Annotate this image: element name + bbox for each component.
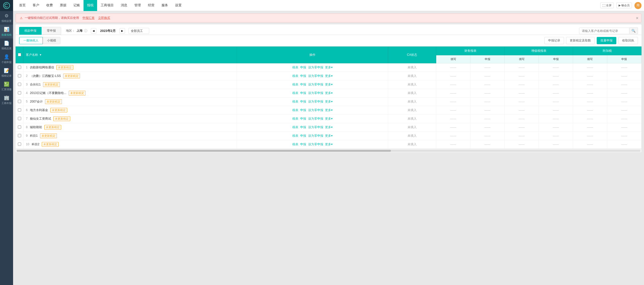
sidebar-item-personal-tax[interactable]: 👤 个税申报 xyxy=(0,52,13,66)
op-tax-form[interactable]: 税表 xyxy=(292,134,298,137)
nav-message[interactable]: 消息 xyxy=(117,0,131,11)
sidebar-item-tax-settings[interactable]: ⚙ 报税设置 xyxy=(0,11,13,25)
fin-submit-cell: —— xyxy=(470,140,505,149)
search-input[interactable] xyxy=(579,28,629,34)
search-button[interactable]: 🔍 xyxy=(629,27,638,34)
horizontal-scrollbar[interactable] xyxy=(16,149,641,152)
date-next-button[interactable]: ▶ xyxy=(119,28,125,34)
op-set-zero[interactable]: 设为零申报 xyxy=(308,134,323,137)
fullscreen-button[interactable]: ⛶ 全屏 xyxy=(600,3,614,8)
nav-manage[interactable]: 管理 xyxy=(131,0,144,11)
nav-operation[interactable]: 经营 xyxy=(144,0,158,11)
op-declare[interactable]: 申报 xyxy=(300,125,306,129)
op-declare[interactable]: 申报 xyxy=(300,100,306,103)
row-checkbox-5[interactable] xyxy=(18,108,21,112)
declare-record-button[interactable]: 申报记录 xyxy=(544,37,564,44)
nav-home[interactable]: 首页 xyxy=(16,0,29,11)
op-declare[interactable]: 申报 xyxy=(300,134,306,137)
op-set-zero[interactable]: 设为零申报 xyxy=(308,91,323,95)
scrollbar-thumb[interactable] xyxy=(17,150,391,152)
notice-link-report[interactable]: 申报汇签 xyxy=(83,16,95,20)
op-tax-form[interactable]: 税表 xyxy=(292,108,298,112)
notice-link-buy[interactable]: 立即购买 xyxy=(98,16,110,20)
row-checkbox-9[interactable] xyxy=(18,142,21,146)
batch-declare-button[interactable]: 批量申报 xyxy=(597,37,616,44)
op-set-zero[interactable]: 设为零申报 xyxy=(308,66,323,69)
op-declare[interactable]: 申报 xyxy=(300,108,306,112)
row-checkbox-2[interactable] xyxy=(18,83,21,86)
sidebar-item-tax-overview[interactable]: 📄 报税总览 xyxy=(0,38,13,52)
op-more[interactable]: 更多▾ xyxy=(325,74,333,78)
op-declare[interactable]: 申报 xyxy=(300,91,306,95)
sidebar-item-business-annual[interactable]: 🏢 工商年报 xyxy=(0,93,13,107)
op-tax-form[interactable]: 税表 xyxy=(292,142,298,146)
nav-invoice[interactable]: 票据 xyxy=(56,0,70,11)
op-tax-form[interactable]: 税表 xyxy=(292,91,298,95)
tab-zero[interactable]: 零申报 xyxy=(42,27,61,35)
op-set-zero[interactable]: 设为零申报 xyxy=(308,100,323,103)
op-set-zero[interactable]: 设为零申报 xyxy=(308,117,323,120)
op-tax-form[interactable]: 税表 xyxy=(292,100,298,103)
user-avatar[interactable]: 用 xyxy=(634,2,641,9)
nav-billing[interactable]: 收费 xyxy=(43,0,56,11)
add-fill-cell: —— xyxy=(573,72,607,80)
nav-business-project[interactable]: 工商项目 xyxy=(97,0,117,11)
tab-small-taxpayer[interactable]: 小规模 xyxy=(43,37,60,44)
row-checkbox-3[interactable] xyxy=(18,91,21,94)
row-number: 8 xyxy=(26,125,28,129)
nav-bookkeeping[interactable]: 记账 xyxy=(70,0,84,11)
tab-declare[interactable]: 税款申报 xyxy=(19,27,42,35)
op-more[interactable]: 更多▾ xyxy=(325,108,333,112)
sort-icon[interactable]: ▾ xyxy=(40,53,41,57)
op-more[interactable]: 更多▾ xyxy=(325,100,333,103)
op-more[interactable]: 更多▾ xyxy=(325,117,333,120)
op-set-zero[interactable]: 设为零申报 xyxy=(308,142,323,146)
op-set-zero[interactable]: 设为零申报 xyxy=(308,108,323,112)
row-checkbox-7[interactable] xyxy=(18,125,21,129)
sidebar-item-annual-settlement[interactable]: 💹 汇算清缴 xyxy=(0,79,13,93)
nav-tax[interactable]: 报税 xyxy=(84,0,97,11)
nav-client[interactable]: 客户 xyxy=(29,0,43,11)
ca-status-text: 未填入 xyxy=(408,100,417,103)
row-checkbox-8[interactable] xyxy=(18,134,21,137)
op-declare[interactable]: 申报 xyxy=(300,66,306,69)
op-more[interactable]: 更多▾ xyxy=(325,66,333,69)
nav-service[interactable]: 服务 xyxy=(158,0,172,11)
row-number: 3 xyxy=(26,83,28,86)
nav-settings[interactable]: 设置 xyxy=(172,0,185,11)
ca-status-text: 未填入 xyxy=(408,83,417,86)
op-tax-form[interactable]: 税表 xyxy=(292,125,298,129)
op-more[interactable]: 更多▾ xyxy=(325,83,333,86)
notice-close-button[interactable]: ✕ xyxy=(636,16,639,20)
op-more[interactable]: 更多▾ xyxy=(325,134,333,137)
op-declare[interactable]: 申报 xyxy=(300,117,306,120)
tax-fill-cell: —— xyxy=(505,115,539,123)
op-set-zero[interactable]: 设为零申报 xyxy=(308,125,323,129)
app-logo[interactable] xyxy=(0,0,13,11)
select-all-checkbox[interactable] xyxy=(18,53,21,56)
member-button[interactable]: ▶ 畅会员 xyxy=(616,3,632,8)
op-declare[interactable]: 申报 xyxy=(300,74,306,78)
row-checkbox-0[interactable] xyxy=(18,66,21,69)
staff-select[interactable]: 全部员工 xyxy=(129,28,149,34)
sidebar-item-batch-tax[interactable]: 📊 批量报税 xyxy=(0,25,13,38)
row-checkbox-1[interactable] xyxy=(18,74,21,77)
row-checkbox-6[interactable] xyxy=(18,117,21,120)
sidebar-item-tax-record[interactable]: 📝 报税记录 xyxy=(0,66,13,79)
op-tax-form[interactable]: 税表 xyxy=(292,83,298,86)
op-tax-form[interactable]: 税表 xyxy=(292,66,298,69)
tab-general-taxpayer[interactable]: 一般纳税人 xyxy=(19,37,43,44)
date-prev-button[interactable]: ◀ xyxy=(91,28,96,34)
op-more[interactable]: 更多▾ xyxy=(325,125,333,129)
op-tax-form[interactable]: 税表 xyxy=(292,117,298,120)
op-set-zero[interactable]: 设为零申报 xyxy=(308,83,323,86)
op-set-zero[interactable]: 设为零申报 xyxy=(308,74,323,78)
row-checkbox-4[interactable] xyxy=(18,100,21,103)
op-tax-form[interactable]: 税表 xyxy=(292,74,298,78)
retrieve-receipt-button[interactable]: 收取回执 xyxy=(618,37,638,44)
update-tax-button[interactable]: 更新税定及取数 xyxy=(566,37,595,44)
op-declare[interactable]: 申报 xyxy=(300,142,306,146)
op-declare[interactable]: 申报 xyxy=(300,83,306,86)
op-more[interactable]: 更多▾ xyxy=(325,142,333,146)
op-more[interactable]: 更多▾ xyxy=(325,91,333,95)
